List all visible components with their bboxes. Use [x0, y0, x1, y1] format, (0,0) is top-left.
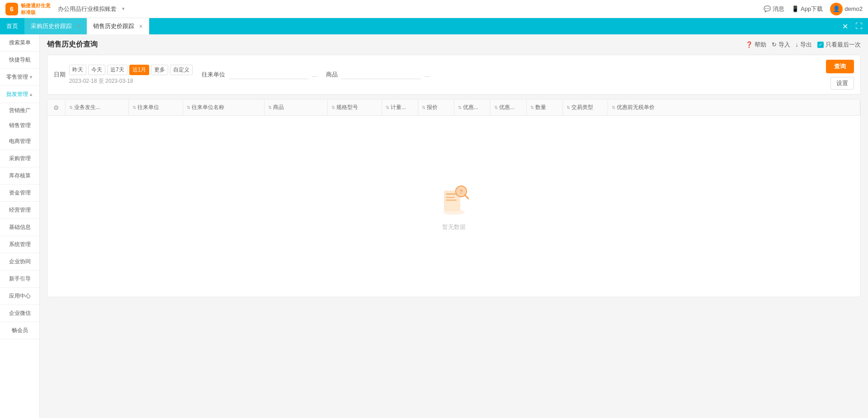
tab-sales[interactable]: 销售历史价跟踪 ✕ — [87, 18, 149, 34]
date-btn-1month[interactable]: 近1月 — [129, 65, 150, 75]
window-maximize-btn[interactable]: ⛶ — [854, 21, 864, 31]
export-btn[interactable]: ↓ 导出 — [796, 41, 812, 49]
th-qty[interactable]: ⇅ 数量 — [527, 100, 563, 115]
tab-sales-label: 销售历史价跟踪 — [93, 22, 134, 30]
table-header: ⚙ ⇅ 业务发生... ⇅ 往来单位 ⇅ 往来单位名称 ⇅ 商品 — [47, 100, 860, 116]
sidebar-item-new-guide[interactable]: 新手引导 — [0, 271, 39, 288]
sidebar-item-system[interactable]: 系统管理 — [0, 236, 39, 253]
sidebar-item-app-center[interactable]: 应用中心 — [0, 288, 39, 305]
query-button[interactable]: 查询 — [826, 60, 854, 73]
th-quote-price[interactable]: ⇅ 报价 — [418, 100, 454, 115]
page-title: 销售历史价查询 — [47, 40, 98, 49]
sidebar-item-operations[interactable]: 经营管理 — [0, 202, 39, 219]
retail-arrow-icon: ▼ — [29, 75, 33, 80]
tab-home-label: 首页 — [6, 22, 18, 30]
th-notax-price[interactable]: ⇅ 优惠前无税单价 — [608, 100, 860, 115]
sidebar-item-search-menu[interactable]: 搜索菜单 — [0, 34, 39, 52]
sidebar-item-quick-nav[interactable]: 快捷导航 — [0, 52, 39, 69]
logo-icon: 6 — [5, 3, 18, 15]
sort-icon-spec: ⇅ — [331, 105, 335, 110]
sidebar-item-basic-info[interactable]: 基础信息 — [0, 219, 39, 236]
page-header: 销售历史价查询 ❓ 帮助 ↻ 导入 ↓ 导出 ✓ 只看最后一次 — [47, 40, 861, 49]
app-title: 办公用品行业模拟账套 — [58, 5, 117, 13]
th-trade-type[interactable]: ⇅ 交易类型 — [563, 100, 608, 115]
sidebar-item-purchase[interactable]: 采购管理 — [0, 150, 39, 167]
sidebar-item-retail[interactable]: 零售管理 ▼ — [0, 69, 39, 86]
avatar: 👤 — [830, 3, 843, 15]
svg-line-7 — [465, 195, 468, 199]
checkbox-icon: ✓ — [817, 42, 824, 48]
date-btn-more[interactable]: 更多 — [151, 65, 168, 75]
date-btn-yesterday[interactable]: 昨天 — [69, 65, 86, 75]
message-btn[interactable]: 💬 消息 — [764, 5, 784, 13]
message-icon: 💬 — [764, 5, 771, 12]
tab-home[interactable]: 首页 — [0, 18, 24, 34]
logo-text: 畅捷通好生意 标准版 — [21, 2, 51, 15]
app-download-icon: 📱 — [792, 5, 799, 12]
app-download-btn[interactable]: 📱 App下载 — [792, 5, 823, 13]
sidebar-item-member[interactable]: 畅会员 — [0, 322, 39, 339]
sidebar: 搜索菜单 快捷导航 零售管理 ▼ 批发管理 ▲ 营销推广 销售管理 电商管理 采… — [0, 34, 40, 418]
empty-text: 暂无数据 — [442, 223, 466, 231]
sidebar-item-inventory[interactable]: 库存核算 — [0, 167, 39, 185]
th-biz-date[interactable]: ⇅ 业务发生... — [66, 100, 129, 115]
help-btn[interactable]: ❓ 帮助 — [745, 41, 766, 49]
sort-icon-partner-name: ⇅ — [187, 105, 190, 110]
empty-state: ? 暂无数据 — [427, 154, 481, 258]
user-avatar-area[interactable]: 👤 demo2 — [830, 3, 863, 15]
sidebar-item-corp-coop[interactable]: 企业协同 — [0, 253, 39, 271]
sidebar-sub-sales[interactable]: 销售管理 — [0, 118, 39, 133]
top-bar-left: 6 畅捷通好生意 标准版 办公用品行业模拟账套 ▾ — [5, 2, 125, 15]
th-spec[interactable]: ⇅ 规格型号 — [328, 100, 382, 115]
sidebar-sub-marketing[interactable]: 营销推广 — [0, 103, 39, 118]
sidebar-item-finance[interactable]: 资金管理 — [0, 185, 39, 202]
top-bar-right: 💬 消息 📱 App下载 👤 demo2 — [764, 3, 863, 15]
app-dropdown-arrow[interactable]: ▾ — [122, 6, 125, 12]
tab-purchase[interactable]: 采购历史价跟踪 ✕ — [24, 18, 87, 34]
svg-rect-3 — [446, 197, 455, 198]
date-btn-last7[interactable]: 近7天 — [107, 65, 127, 75]
goods-dots[interactable]: ... — [425, 71, 429, 78]
sort-icon-notax: ⇅ — [612, 105, 615, 110]
th-partner-name[interactable]: ⇅ 往来单位名称 — [183, 100, 264, 115]
sidebar-item-corp-wechat[interactable]: 企业微信 — [0, 305, 39, 322]
tab-sales-close[interactable]: ✕ — [139, 24, 143, 29]
sidebar-item-wholesale[interactable]: 批发管理 ▲ — [0, 86, 39, 103]
sidebar-item-ecommerce[interactable]: 电商管理 — [0, 133, 39, 150]
main-layout: 搜索菜单 快捷导航 零售管理 ▼ 批发管理 ▲ 营销推广 销售管理 电商管理 采… — [0, 34, 868, 418]
empty-state-icon: ? — [436, 181, 472, 218]
top-bar: 6 畅捷通好生意 标准版 办公用品行业模拟账套 ▾ 💬 消息 📱 App下载 👤… — [0, 0, 868, 18]
table-settings-icon[interactable]: ⚙ — [47, 100, 66, 115]
tab-bar: 首页 采购历史价跟踪 ✕ 销售历史价跟踪 ✕ ✕ ⛶ — [0, 18, 868, 34]
sidebar-quicknav-label: 快捷导航 — [9, 56, 31, 64]
partner-input[interactable] — [229, 70, 308, 79]
th-partner-code[interactable]: ⇅ 往来单位 — [129, 100, 183, 115]
main-content: 销售历史价查询 ❓ 帮助 ↻ 导入 ↓ 导出 ✓ 只看最后一次 — [40, 34, 868, 418]
tab-bar-actions: ✕ ⛶ — [840, 21, 868, 32]
goods-input[interactable] — [341, 70, 421, 79]
filter-bar: 日期 昨天 今天 近7天 近1月 更多 自定义 2023-02-18 至 202… — [47, 55, 861, 95]
sort-icon-goods: ⇅ — [268, 105, 272, 110]
only-last-checkbox[interactable]: ✓ 只看最后一次 — [817, 41, 861, 49]
th-discount1[interactable]: ⇅ 优惠... — [454, 100, 491, 115]
help-icon: ❓ — [745, 41, 753, 48]
window-close-btn[interactable]: ✕ — [840, 21, 850, 32]
import-btn[interactable]: ↻ 导入 — [772, 41, 790, 49]
sort-icon-qty: ⇅ — [530, 105, 534, 110]
export-icon: ↓ — [796, 41, 799, 48]
th-calc-unit[interactable]: ⇅ 计量... — [382, 100, 418, 115]
settings-button[interactable]: 设置 — [830, 77, 854, 90]
partner-dots[interactable]: ... — [312, 71, 317, 78]
table-body: ? 暂无数据 — [47, 116, 860, 297]
tab-purchase-close[interactable]: ✕ — [76, 24, 80, 29]
svg-rect-4 — [446, 200, 457, 201]
page-actions: ❓ 帮助 ↻ 导入 ↓ 导出 ✓ 只看最后一次 — [745, 41, 861, 49]
date-btn-custom[interactable]: 自定义 — [170, 65, 193, 75]
filter-right-actions: 查询 设置 — [826, 60, 854, 90]
wholesale-arrow-icon: ▲ — [29, 92, 33, 97]
tab-purchase-label: 采购历史价跟踪 — [31, 22, 72, 30]
date-btn-today[interactable]: 今天 — [88, 65, 105, 75]
th-discount2[interactable]: ⇅ 优惠... — [491, 100, 527, 115]
svg-text:?: ? — [459, 188, 463, 195]
th-goods[interactable]: ⇅ 商品 — [264, 100, 328, 115]
